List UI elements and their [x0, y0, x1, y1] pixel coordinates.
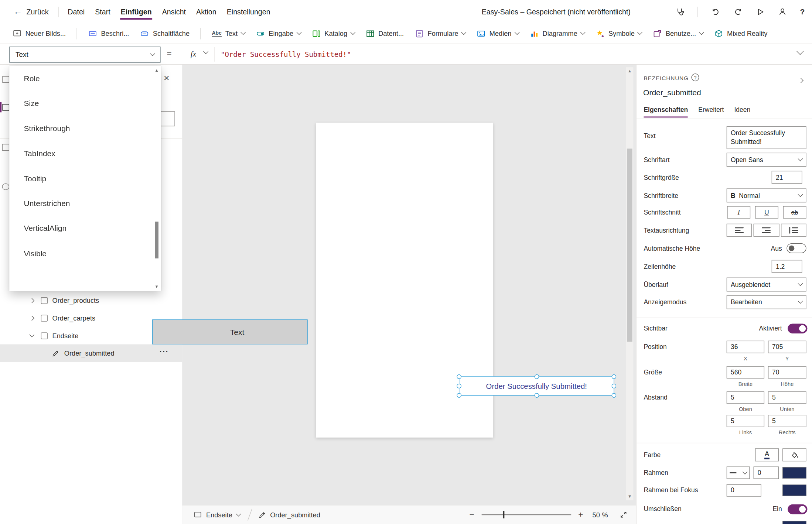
chevron-right-icon[interactable]: [29, 298, 34, 303]
dropdown-item-size[interactable]: Size: [9, 91, 152, 116]
chevron-down-icon[interactable]: [203, 49, 208, 54]
play-preview-icon[interactable]: [755, 7, 765, 16]
fx-label[interactable]: fx: [191, 50, 196, 59]
scrollbar-thumb[interactable]: [155, 222, 158, 258]
resize-handle[interactable]: [534, 374, 539, 379]
menu-item-datei[interactable]: Datei: [67, 6, 86, 18]
font-size-input[interactable]: 21: [772, 171, 802, 184]
dropdown-item-unterstrichen[interactable]: Unterstrichen: [9, 191, 152, 216]
resize-handle[interactable]: [457, 374, 461, 379]
screen-checkbox[interactable]: [41, 297, 48, 304]
screen-canvas[interactable]: Order Successfully Submitted!: [316, 123, 493, 438]
menu-item-einfuegen[interactable]: Einfügen: [120, 6, 153, 18]
help-circle-icon[interactable]: ?: [691, 73, 699, 81]
screen-switcher[interactable]: Endseite: [194, 511, 240, 519]
padding-left-input[interactable]: 5: [727, 415, 764, 427]
ribbon-charts-menu[interactable]: Diagramme: [530, 29, 585, 38]
dropdown-item-text[interactable]: Text: [152, 319, 308, 345]
zoom-slider[interactable]: [481, 514, 571, 515]
underline-button[interactable]: U: [755, 206, 778, 219]
padding-top-input[interactable]: 5: [727, 391, 764, 404]
rail-icon-fragment[interactable]: [2, 76, 10, 83]
scroll-up-arrow[interactable]: ▲: [152, 68, 161, 73]
text-value-input[interactable]: Order Successfully Submitted!: [727, 126, 806, 149]
strikethrough-button[interactable]: ab: [783, 206, 806, 219]
tab-erweitert[interactable]: Erweitert: [698, 106, 724, 117]
line-height-input[interactable]: 1.2: [772, 260, 802, 273]
focus-border-width-input[interactable]: 0: [727, 484, 761, 497]
more-options-icon[interactable]: ···: [160, 347, 169, 356]
font-weight-dropdown[interactable]: B Normal: [727, 188, 806, 202]
property-selector-dropdown[interactable]: Text: [9, 47, 160, 62]
back-button[interactable]: ← Zurück: [13, 7, 48, 16]
zoom-out-button[interactable]: −: [469, 511, 474, 519]
ribbon-media-menu[interactable]: Medien: [477, 29, 519, 38]
ribbon-icons-menu[interactable]: Symbole: [596, 29, 642, 38]
expand-formula-bar-chevron[interactable]: [796, 48, 804, 55]
menu-item-einstellungen[interactable]: Einstellungen: [226, 6, 271, 18]
rail-icon-fragment[interactable]: [2, 104, 10, 111]
ribbon-new-screen[interactable]: Neuer Bilds...: [13, 29, 66, 38]
ribbon-input-menu[interactable]: Eingabe: [256, 29, 301, 38]
italic-button[interactable]: I: [727, 206, 750, 219]
menu-item-start[interactable]: Start: [94, 6, 111, 18]
fit-to-window-icon[interactable]: [620, 511, 628, 519]
resize-handle[interactable]: [457, 393, 461, 398]
align-right-button[interactable]: [754, 224, 779, 237]
tree-item-order-products[interactable]: Order_products: [0, 291, 182, 309]
wrap-toggle[interactable]: [788, 504, 807, 514]
zoom-slider-handle[interactable]: [503, 511, 504, 518]
ribbon-data-table-menu[interactable]: Datent...: [365, 29, 404, 38]
ribbon-mixed-reality[interactable]: Mixed Reality: [714, 29, 767, 38]
scroll-up-arrow[interactable]: ▲: [626, 69, 634, 73]
border-color-swatch[interactable]: [782, 467, 806, 479]
dropdown-item-role[interactable]: Role: [9, 66, 152, 91]
align-left-button[interactable]: [727, 224, 752, 237]
ribbon-text-menu[interactable]: Abc Text: [212, 30, 245, 37]
scroll-down-arrow[interactable]: ▼: [152, 284, 161, 289]
dropdown-item-visible[interactable]: Visible: [9, 241, 152, 266]
dropdown-item-tabindex[interactable]: TabIndex: [9, 141, 152, 166]
position-y-input[interactable]: 705: [768, 341, 806, 353]
fill-color-button[interactable]: [782, 448, 806, 461]
rail-icon-fragment[interactable]: [2, 183, 10, 190]
height-input[interactable]: 70: [768, 366, 806, 379]
zoom-in-button[interactable]: +: [578, 511, 583, 519]
chevron-right-icon[interactable]: [29, 315, 34, 321]
tab-eigenschaften[interactable]: Eigenschaften: [644, 106, 688, 117]
ribbon-gallery-menu[interactable]: Katalog: [311, 29, 354, 38]
screen-checkbox[interactable]: [41, 332, 48, 339]
menu-item-ansicht[interactable]: Ansicht: [161, 6, 187, 18]
overflow-dropdown[interactable]: Ausgeblendet: [727, 278, 806, 292]
width-input[interactable]: 560: [727, 366, 764, 379]
focus-border-color-swatch[interactable]: [782, 484, 806, 496]
share-person-icon[interactable]: [778, 7, 787, 16]
display-mode-dropdown[interactable]: Bearbeiten: [727, 295, 806, 309]
app-checker-icon[interactable]: [675, 7, 685, 16]
resize-handle[interactable]: [612, 384, 617, 388]
tab-ideen[interactable]: Ideen: [734, 106, 750, 117]
scrollbar-thumb[interactable]: [627, 148, 632, 342]
resize-handle[interactable]: [612, 374, 617, 379]
design-canvas-area[interactable]: Order Successfully Submitted! ▲ ▼: [182, 65, 636, 505]
padding-bottom-input[interactable]: 5: [768, 391, 806, 404]
help-icon[interactable]: ?: [800, 7, 805, 16]
border-width-input[interactable]: 0: [754, 466, 779, 479]
font-color-button[interactable]: A: [755, 448, 779, 461]
formula-input[interactable]: "Order Successfully Submitted!": [221, 44, 351, 65]
font-family-dropdown[interactable]: Open Sans: [727, 153, 806, 167]
screen-checkbox[interactable]: [41, 315, 48, 321]
dropdown-item-tooltip[interactable]: Tooltip: [9, 166, 152, 191]
visible-toggle[interactable]: [788, 323, 807, 333]
dropdown-item-strikethrough[interactable]: Strikethrough: [9, 116, 152, 141]
position-x-input[interactable]: 36: [727, 341, 764, 353]
resize-handle[interactable]: [612, 393, 617, 398]
ribbon-custom-menu[interactable]: Benutze...: [653, 29, 703, 38]
align-justify-button[interactable]: [781, 224, 806, 237]
chevron-down-icon[interactable]: [29, 332, 34, 337]
undo-icon[interactable]: [711, 7, 720, 16]
rail-icon-fragment[interactable]: [2, 144, 10, 151]
collapse-panel-chevron[interactable]: [798, 78, 804, 83]
current-control-breadcrumb[interactable]: Order_submitted: [258, 511, 320, 518]
ribbon-button-control[interactable]: Schaltfläche: [140, 29, 190, 38]
